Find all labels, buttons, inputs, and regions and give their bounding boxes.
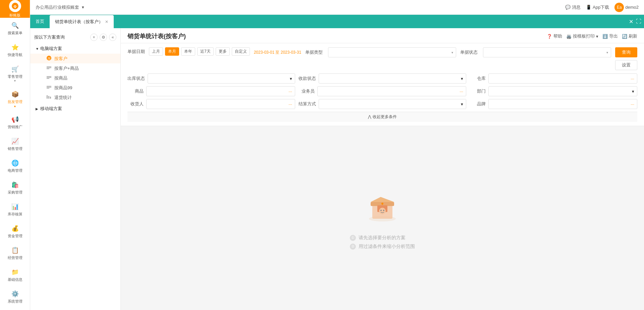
sidebar-item-finance[interactable]: 💰 资金管理 xyxy=(0,221,30,243)
maximize-icon[interactable]: ⛶ xyxy=(636,18,641,25)
svg-rect-4 xyxy=(47,66,51,67)
payment-status-label: 收款状态 xyxy=(299,75,316,82)
filter-row-4: 收货人 ··· 结算方式 ▾ 品牌 xyxy=(127,99,637,109)
refresh-icon: 🔄 xyxy=(622,34,627,39)
filter-row-2: 出库状态 ▾ 收款状态 ▾ 仓库 xyxy=(127,73,637,84)
tree-item-by-goods[interactable]: 按商品 xyxy=(30,73,120,83)
settlement-select[interactable]: ▾ xyxy=(319,99,466,109)
sidebar-item-basic[interactable]: 📁 基础信息 xyxy=(0,264,30,286)
filter-row-3: 商品 ··· 业务员 ··· 部门 xyxy=(127,86,637,96)
collapse-filters-button[interactable]: ⋀ 收起更多条件 xyxy=(127,112,637,122)
sidebar-item-system[interactable]: ⚙️ 系统管理 xyxy=(0,286,30,308)
tree-mobile-node[interactable]: ▶ 移动端方案 xyxy=(30,104,120,114)
svg-rect-13 xyxy=(47,95,48,99)
brand-dots-icon[interactable]: ··· xyxy=(631,102,634,107)
operations-icon: 📋 xyxy=(11,247,19,254)
sidebar-item-purchase[interactable]: 🛍️ 采购管理 xyxy=(0,177,30,199)
industry-selector[interactable]: 办公用品行业模拟账套 ▾ xyxy=(36,4,84,10)
tree-item-return-stats[interactable]: 退货统计 xyxy=(30,93,120,102)
date-this-month[interactable]: 本月 xyxy=(165,47,179,56)
settlement-label: 结算方式 xyxy=(299,101,316,107)
stock-status-select[interactable]: ▾ xyxy=(148,73,295,84)
svg-rect-7 xyxy=(47,76,51,77)
goods-dots-icon[interactable]: ··· xyxy=(288,89,292,94)
tree-item-by-goods-99[interactable]: 按商品99 xyxy=(30,83,120,93)
goods-input[interactable]: ··· xyxy=(146,86,295,96)
department-cell: 部门 ▾ xyxy=(470,86,637,96)
tab-sales-stats[interactable]: 销货单统计表（按客户） ✕ xyxy=(50,15,114,29)
export-button[interactable]: ⬇️ 导出 xyxy=(602,33,618,39)
tree-item-by-customer[interactable]: 按 按客户 xyxy=(30,54,120,63)
wholesale-icon: 📦 xyxy=(11,91,19,98)
svg-point-23 xyxy=(383,210,384,211)
order-status-select[interactable]: ▾ xyxy=(483,47,611,57)
svg-text:按: 按 xyxy=(48,57,51,60)
tree-item-return-stats-label: 退货统计 xyxy=(54,95,72,101)
message-button[interactable]: 💬 消息 xyxy=(565,4,581,10)
date-last-month[interactable]: 上月 xyxy=(149,47,163,56)
sidebar-item-quick-nav[interactable]: ⭐ 快捷导航 xyxy=(0,40,30,61)
tree-desktop-label: 电脑端方案 xyxy=(40,46,62,52)
tab-home[interactable]: 首页 xyxy=(30,15,50,28)
close-window-icon[interactable]: ✕ xyxy=(629,18,633,25)
ecommerce-icon: 🌐 xyxy=(11,159,19,167)
tree-item-by-customer-label: 按客户 xyxy=(54,56,67,62)
sidebar-item-marketing[interactable]: 📢 营销推广 xyxy=(0,112,30,134)
sales-icon: 📈 xyxy=(11,138,19,145)
refresh-button[interactable]: 🔄 刷新 xyxy=(622,33,637,39)
help-button[interactable]: ❓ 帮助 xyxy=(547,33,562,39)
sidebar-item-retail[interactable]: 🛒 零售管理 ▼ xyxy=(0,61,30,87)
basic-icon: 📁 xyxy=(11,268,19,276)
sidebar-item-sales[interactable]: 📈 销售管理 xyxy=(0,134,30,155)
help-icon: ❓ xyxy=(547,34,552,39)
chevron-down-icon-5: ▾ xyxy=(632,89,634,94)
warehouse-dots-icon[interactable]: ··· xyxy=(631,76,634,81)
template-print-button[interactable]: 🖨️ 按模板打印 ▾ xyxy=(566,33,598,39)
warehouse-label: 仓库 xyxy=(470,75,486,82)
tab-maximize-area: ✕ ⛶ xyxy=(629,18,641,25)
sidebar-item-operations[interactable]: 📋 经营管理 xyxy=(0,243,30,264)
goods-cell: 商品 ··· xyxy=(127,86,295,96)
action-buttons: 查询 设置 xyxy=(615,47,637,70)
salesperson-input[interactable]: ··· xyxy=(317,86,466,96)
chevron-down-icon-3: ▾ xyxy=(290,76,292,81)
user-menu[interactable]: Ea demo2 xyxy=(614,3,639,12)
tree-desktop-node[interactable]: ▼ 电脑端方案 xyxy=(30,44,120,54)
date-label: 单据日期 xyxy=(127,49,146,55)
app-download-button[interactable]: 📱 App下载 xyxy=(586,4,609,10)
date-more[interactable]: 更多 xyxy=(216,47,230,56)
department-select[interactable]: ▾ xyxy=(488,86,637,96)
marketing-icon: 📢 xyxy=(11,116,19,123)
tree-mobile-label: 移动端方案 xyxy=(40,106,62,112)
date-this-year[interactable]: 本年 xyxy=(181,47,195,56)
filter-area: 单据日期 上月 本月 本年 近7天 更多 自定义 2023-03-01 至 20… xyxy=(121,43,644,126)
settings-scheme-button[interactable]: ⚙ xyxy=(100,34,107,41)
date-last-7-days[interactable]: 近7天 xyxy=(197,47,214,56)
empty-hint-1: ① 请先选择要分析的方案 xyxy=(350,235,406,241)
right-panel: 销货单统计表(按客户) ❓ 帮助 🖨️ 按模板打印 ▾ ⬇️ 导出 xyxy=(121,28,644,310)
date-picker-group: 上月 本月 本年 近7天 更多 自定义 xyxy=(149,47,250,56)
page-header: 销货单统计表(按客户) ❓ 帮助 🖨️ 按模板打印 ▾ ⬇️ 导出 xyxy=(121,28,644,43)
date-custom[interactable]: 自定义 xyxy=(232,47,250,56)
topbar-right: 💬 消息 📱 App下载 Ea demo2 xyxy=(565,3,639,12)
query-button[interactable]: 查询 xyxy=(615,47,637,57)
brand-input[interactable]: ··· xyxy=(488,99,637,109)
tree-item-by-customer-goods-label: 按客户+商品 xyxy=(54,65,79,71)
payment-status-select[interactable]: ▾ xyxy=(319,73,466,84)
salesperson-dots-icon[interactable]: ··· xyxy=(460,89,463,94)
receiver-input[interactable]: ··· xyxy=(146,99,295,109)
collapse-panel-button[interactable]: « xyxy=(109,34,116,41)
tree-item-by-customer-goods[interactable]: 按客户+商品 xyxy=(30,63,120,73)
app-logo[interactable]: 标账版 xyxy=(0,0,30,18)
settings-button[interactable]: 设置 xyxy=(615,60,637,70)
sidebar-item-enterprise[interactable]: 🤝 企业协同 xyxy=(0,308,30,310)
sidebar-item-ecommerce[interactable]: 🌐 电商管理 xyxy=(0,155,30,177)
warehouse-input[interactable]: ··· xyxy=(488,73,637,84)
sidebar-item-wholesale[interactable]: 📦 批发管理 ▲ xyxy=(0,87,30,112)
receiver-dots-icon[interactable]: ··· xyxy=(288,102,292,107)
tab-close-icon[interactable]: ✕ xyxy=(105,19,108,24)
sidebar-item-search[interactable]: 🔍 搜索菜单 xyxy=(0,18,30,40)
sidebar-item-inventory[interactable]: 📊 库存核算 xyxy=(0,199,30,221)
add-scheme-button[interactable]: + xyxy=(90,34,98,41)
order-type-select[interactable]: ▾ xyxy=(328,47,456,57)
